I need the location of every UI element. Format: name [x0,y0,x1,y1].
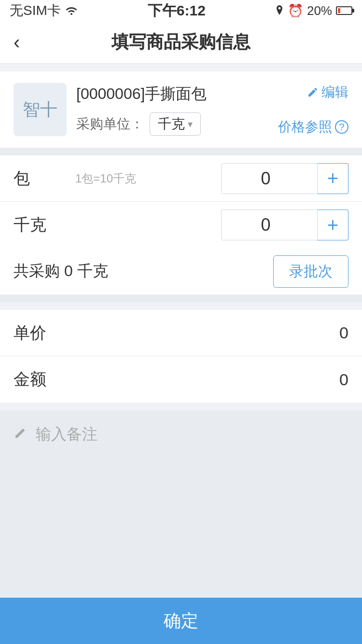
kg-input-wrapper: + [221,210,348,240]
input-section: 包 1包=10千克 + 千克 + [0,155,362,248]
bag-label: 包 [14,168,71,190]
bag-input-wrapper: + [221,163,348,194]
battery-icon [336,6,352,15]
price-ref-button[interactable]: 价格参照 ? [278,118,348,136]
chevron-down-icon: ▾ [188,118,193,130]
amount-row: 金额 0 [0,356,362,403]
page-title: 填写商品采购信息 [111,30,251,54]
location-icon [275,3,284,18]
edit-icon [307,86,319,98]
product-image: 智十 [14,83,67,136]
bag-input[interactable] [221,163,318,194]
wifi-icon [65,3,78,18]
product-card: 智十 [0000006]手撕面包 采购单位： 千克 ▾ 编辑 价格参照 ? [0,71,362,148]
price-ref-label: 价格参照 [278,118,332,136]
alarm-icon: ⏰ [288,3,303,18]
confirm-label: 确定 [164,609,198,633]
price-section: 单价 0 金额 0 [0,310,362,403]
kg-input-row: 千克 + [0,202,362,248]
batch-button[interactable]: 录批次 [273,255,348,288]
status-bar: 无SIM卡 下午6:12 ⏰ 20% [0,0,362,21]
unit-price-value: 0 [339,323,348,342]
pencil-icon [14,425,28,444]
summary-row: 共采购 0 千克 录批次 [0,248,362,294]
back-button[interactable]: ‹ [14,31,20,53]
unit-value: 千克 [158,115,185,133]
section-divider-1 [0,148,362,155]
bag-sub-label: 1包=10千克 [75,171,136,186]
help-icon: ? [335,120,348,134]
amount-value: 0 [339,370,348,389]
bag-plus-button[interactable]: + [318,163,348,194]
status-time: 下午6:12 [148,1,206,21]
carrier-text: 无SIM卡 [10,1,61,20]
kg-plus-button[interactable]: + [318,210,348,240]
amount-label: 金额 [14,368,46,391]
battery-percent: 20% [307,3,332,18]
section-divider-2 [0,294,362,302]
note-section[interactable]: 输入备注 [0,410,362,459]
note-placeholder: 输入备注 [36,424,97,445]
bag-input-row: 包 1包=10千克 + [0,155,362,202]
kg-input[interactable] [221,210,318,240]
unit-select[interactable]: 千克 ▾ [150,112,201,136]
confirm-button[interactable]: 确定 [0,598,362,644]
status-left: 无SIM卡 [10,1,78,20]
main-content: 智十 [0000006]手撕面包 采购单位： 千克 ▾ 编辑 价格参照 ? 包 [0,71,362,644]
edit-button[interactable]: 编辑 [307,83,348,101]
content-spacer [0,459,362,603]
nav-bar: ‹ 填写商品采购信息 [0,21,362,64]
edit-label: 编辑 [321,83,348,101]
status-right: ⏰ 20% [275,3,352,18]
summary-text: 共采购 0 千克 [14,261,108,282]
unit-price-label: 单价 [14,322,46,344]
product-logo: 智十 [23,101,57,118]
unit-price-row: 单价 0 [0,310,362,356]
unit-label: 采购单位： [76,115,144,133]
kg-label: 千克 [14,214,71,236]
